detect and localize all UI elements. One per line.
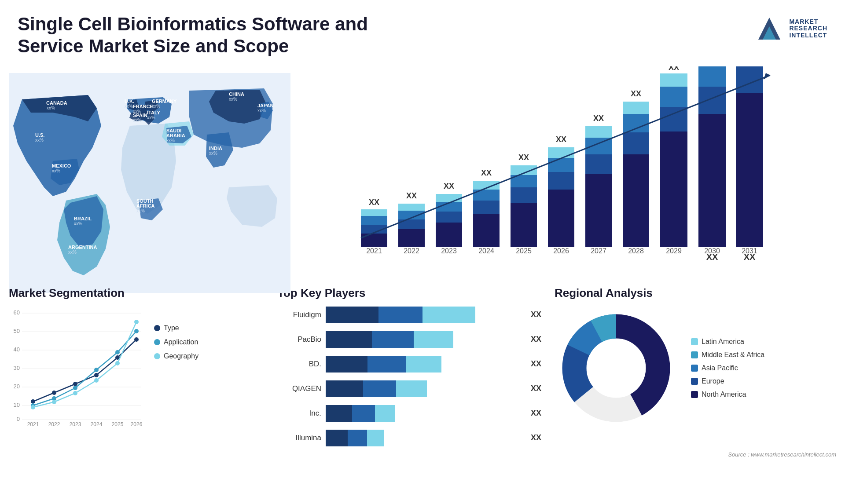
bar-2030-seg3: [698, 66, 726, 87]
fluidigm-seg2: [378, 307, 422, 323]
legend-europe-label: Europe: [702, 377, 724, 385]
year-2022: 2022: [404, 247, 419, 255]
fluidigm-seg1: [326, 307, 378, 323]
app-dot-3: [73, 386, 77, 390]
map-value-uk: xx%: [125, 104, 133, 109]
map-value-india: xx%: [209, 151, 217, 156]
legend-geo-label: Geography: [164, 352, 198, 360]
geo-dot-4: [94, 378, 99, 383]
bd-seg2: [367, 356, 406, 373]
svg-text:2022: 2022: [48, 421, 60, 427]
map-value-spain: xx%: [133, 118, 141, 123]
bar-2021-seg1: [361, 234, 387, 247]
bar-2030-label: XX: [706, 252, 718, 262]
donut-legend: Latin America Middle East & Africa Asia …: [691, 338, 764, 398]
legend-geography: Geography: [154, 352, 198, 360]
illumina-seg2: [348, 430, 367, 446]
inc-seg3: [375, 405, 395, 422]
bar-2029-label: XX: [669, 66, 679, 72]
app-dot-5: [115, 350, 120, 354]
map-label-argentina: ARGENTINA: [68, 245, 97, 250]
player-bar-illumina: [326, 430, 523, 446]
bar-2026-label: XX: [556, 135, 566, 144]
segmentation-chart-svg: 60 50 40 30 20 10 0 2021 2022: [9, 307, 150, 430]
player-name-illumina: Illumina: [277, 434, 321, 442]
bar-2025-seg1: [511, 203, 537, 247]
pacbio-seg1: [326, 331, 372, 348]
map-value-argentina: xx%: [68, 250, 77, 255]
bar-2023-label: XX: [444, 182, 454, 190]
svg-text:2026: 2026: [131, 421, 143, 427]
bar-2024-label: XX: [481, 168, 492, 177]
player-name-inc: Inc.: [277, 409, 321, 418]
map-value-germany: xx%: [152, 104, 160, 109]
player-row-qiagen: QIAGEN XX: [277, 380, 541, 397]
bar-2027-seg4: [585, 126, 612, 138]
bottom-row: Market Segmentation 60 50 40 30 20 10 0: [0, 282, 845, 449]
legend-application: Application: [154, 338, 198, 346]
legend-europe: Europe: [691, 377, 764, 385]
map-value-china: xx%: [229, 97, 237, 102]
map-section: CANADA xx% U.S. xx% MEXICO xx% BRAZIL xx…: [9, 62, 290, 304]
map-value-canada: xx%: [47, 106, 55, 110]
player-row-bd: BD. XX: [277, 356, 541, 373]
illumina-seg3: [367, 430, 384, 446]
legend-mea: Middle East & Africa: [691, 351, 764, 359]
type-dot-2: [52, 391, 56, 395]
geo-line: [33, 322, 136, 407]
bar-2026-seg3: [548, 158, 574, 172]
year-2027: 2027: [591, 247, 606, 255]
year-2029: 2029: [666, 247, 682, 255]
year-2025: 2025: [516, 247, 532, 255]
player-value-illumina: XX: [531, 433, 541, 442]
legend-type: Type: [154, 324, 198, 332]
bar-2028-label: XX: [631, 89, 641, 98]
pacbio-seg2: [372, 331, 414, 348]
legend-mea-color: [691, 351, 698, 358]
geo-dot-6: [134, 320, 139, 324]
map-label-africa: AFRICA: [136, 203, 155, 208]
legend-mea-label: Middle East & Africa: [702, 351, 764, 359]
bar-2022-seg1: [398, 229, 425, 247]
bar-2021-seg4: [361, 209, 387, 216]
bar-2029-seg3: [660, 87, 687, 107]
player-bar-bd: [326, 356, 523, 373]
map-label-canada: CANADA: [46, 100, 67, 106]
svg-text:50: 50: [14, 328, 20, 334]
donut-container: Latin America Middle East & Africa Asia …: [555, 307, 836, 430]
player-bar-fluidigm: [326, 307, 523, 323]
type-dot-6: [134, 337, 139, 342]
geo-dot-3: [73, 391, 77, 395]
player-row-pacbio: PacBio XX: [277, 331, 541, 348]
donut-chart-svg: [555, 307, 678, 430]
qiagen-seg1: [326, 380, 363, 397]
bar-2023-seg4: [436, 194, 462, 202]
header: Single Cell Bioinformatics Software and …: [0, 0, 845, 62]
players-section: Top Key Players Fluidigm XX PacBio: [277, 286, 541, 449]
map-label-france: FRANCE: [133, 104, 153, 109]
bar-2026-seg1: [548, 190, 574, 247]
bar-2026-seg2: [548, 172, 574, 190]
legend-europe-color: [691, 378, 698, 385]
bar-2027-label: XX: [593, 114, 604, 123]
bar-2029-seg4: [660, 73, 687, 87]
geo-dot-2: [52, 400, 56, 404]
svg-text:2025: 2025: [112, 421, 124, 427]
inc-seg2: [352, 405, 375, 422]
regional-title: Regional Analysis: [555, 286, 836, 300]
legend-asia-color: [691, 365, 698, 372]
map-value-southafrica: xx%: [136, 208, 145, 213]
map-label-china: CHINA: [229, 91, 244, 97]
geo-dot-5: [115, 361, 120, 365]
map-label-arabia: ARABIA: [166, 133, 185, 138]
legend-app-label: Application: [164, 338, 198, 346]
player-value-qiagen: XX: [531, 384, 541, 393]
bar-2024-seg1: [473, 214, 500, 247]
player-value-inc: XX: [531, 409, 541, 418]
seg-legend: Type Application Geography: [154, 307, 198, 430]
bar-2024-seg2: [473, 201, 500, 214]
legend-northamerica-color: [691, 391, 698, 398]
player-row-illumina: Illumina XX: [277, 430, 541, 446]
map-value-mexico: xx%: [52, 168, 60, 173]
map-label-mexico: MEXICO: [52, 163, 71, 168]
